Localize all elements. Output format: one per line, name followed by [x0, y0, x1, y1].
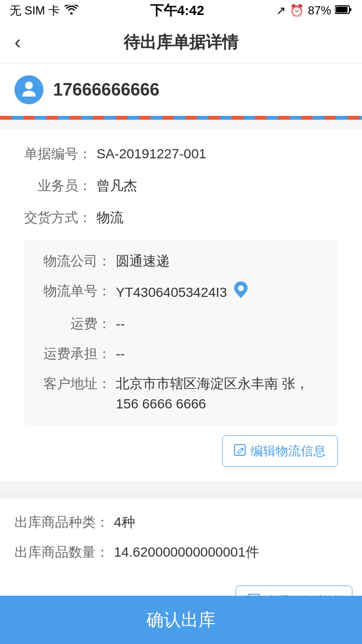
salesperson-value: 曾凡杰 — [92, 176, 348, 196]
tracking-location-icon[interactable] — [234, 281, 248, 304]
address-label: 客户地址： — [34, 374, 111, 394]
back-button[interactable]: ‹ — [14, 31, 21, 53]
nav-bar: ‹ 待出库单据详情 — [0, 21, 362, 64]
customer-header: 17666666666 — [0, 64, 362, 116]
customer-phone: 17666666666 — [53, 80, 159, 100]
edit-btn-row: 编辑物流信息 — [14, 426, 348, 467]
wifi-icon — [65, 4, 78, 17]
tracking-number: YT43064053424I3 — [116, 282, 227, 303]
logistics-company-value: 圆通速递 — [111, 251, 328, 271]
document-row: 单据编号： SA-20191227-001 — [14, 144, 348, 164]
svg-point-5 — [238, 285, 244, 291]
svg-rect-2 — [349, 8, 351, 11]
delivery-value: 物流 — [92, 208, 348, 228]
avatar-icon — [20, 79, 38, 100]
logistics-card: 物流公司： 圆通速递 物流单号： YT43064053424I3 运费： — [24, 239, 338, 426]
goods-types-value: 4种 — [109, 513, 135, 532]
goods-quantity-row: 出库商品数量： 14.620000000000001件 — [14, 543, 348, 561]
freight-bearer-label: 运费承担： — [34, 344, 111, 364]
edit-logistics-button[interactable]: 编辑物流信息 — [222, 435, 338, 467]
status-time: 下午4:42 — [150, 1, 204, 20]
svg-rect-3 — [336, 7, 348, 13]
address-row: 客户地址： 北京市市辖区海淀区永丰南 张，156 6666 6666 — [34, 374, 328, 414]
confirm-outbound-button[interactable]: 确认出库 — [146, 608, 216, 632]
battery-percent: 87% — [308, 4, 331, 17]
freight-row: 运费： -- — [34, 314, 328, 334]
tracking-label: 物流单号： — [34, 281, 111, 301]
freight-label: 运费： — [34, 314, 111, 334]
section-divider-1 — [0, 491, 362, 499]
logistics-company-row: 物流公司： 圆通速递 — [34, 251, 328, 271]
edit-icon — [234, 444, 246, 459]
basic-info-section: 单据编号： SA-20191227-001 业务员： 曾凡杰 交货方式： 物流 … — [0, 129, 362, 481]
status-left: 无 SIM 卡 — [10, 3, 78, 18]
location-status-icon: ↗ — [276, 4, 286, 17]
document-label: 单据编号： — [14, 144, 92, 164]
battery-icon — [335, 4, 352, 17]
svg-point-4 — [25, 82, 33, 89]
delivery-row: 交货方式： 物流 — [14, 208, 348, 228]
freight-value: -- — [111, 314, 328, 334]
alarm-icon: ⏰ — [290, 4, 304, 17]
freight-bearer-row: 运费承担： -- — [34, 344, 328, 364]
dashed-divider — [0, 116, 362, 120]
goods-quantity-label: 出库商品数量： — [14, 543, 109, 561]
tracking-value: YT43064053424I3 — [111, 281, 328, 304]
svg-point-0 — [70, 13, 73, 15]
salesperson-row: 业务员： 曾凡杰 — [14, 176, 348, 196]
page-title: 待出库单据详情 — [124, 31, 238, 54]
delivery-label: 交货方式： — [14, 208, 92, 228]
status-right: ↗ ⏰ 87% — [276, 4, 352, 17]
document-value: SA-20191227-001 — [92, 144, 348, 164]
edit-btn-label: 编辑物流信息 — [251, 443, 326, 460]
avatar — [14, 75, 43, 104]
goods-quantity-value: 14.620000000000001件 — [109, 543, 259, 561]
freight-bearer-value: -- — [111, 344, 328, 364]
status-bar: 无 SIM 卡 下午4:42 ↗ ⏰ 87% — [0, 0, 362, 21]
goods-types-row: 出库商品种类： 4种 — [14, 513, 348, 532]
goods-section: 出库商品种类： 4种 出库商品数量： 14.620000000000001件 — [0, 499, 362, 576]
address-value: 北京市市辖区海淀区永丰南 张，156 6666 6666 — [111, 374, 328, 414]
tracking-row: 物流单号： YT43064053424I3 — [34, 281, 328, 304]
logistics-company-label: 物流公司： — [34, 251, 111, 271]
confirm-btn-container: 确认出库 — [0, 596, 362, 644]
salesperson-label: 业务员： — [14, 176, 92, 196]
goods-types-label: 出库商品种类： — [14, 513, 109, 532]
carrier-text: 无 SIM 卡 — [10, 3, 60, 18]
